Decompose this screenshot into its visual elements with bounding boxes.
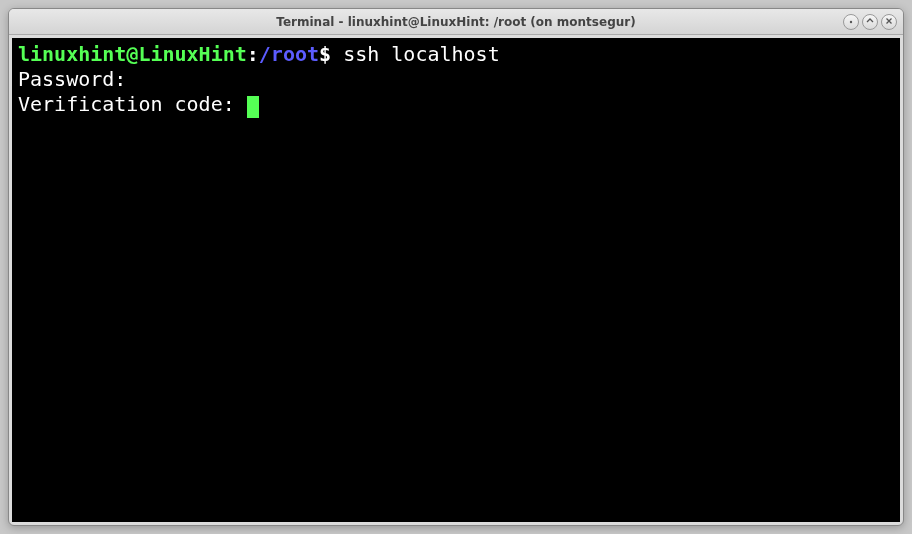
verification-label: Verification code: [18, 92, 247, 116]
prompt-colon: : [247, 42, 259, 66]
prompt-path: /root [259, 42, 319, 66]
maximize-button[interactable] [862, 14, 878, 30]
prompt-user-host: linuxhint@LinuxHint [18, 42, 247, 66]
minimize-icon [847, 17, 855, 27]
terminal-window: Terminal - linuxhint@LinuxHint: /root (o… [8, 8, 904, 526]
cursor-block [247, 96, 259, 118]
minimize-button[interactable] [843, 14, 859, 30]
close-button[interactable] [881, 14, 897, 30]
titlebar[interactable]: Terminal - linuxhint@LinuxHint: /root (o… [9, 9, 903, 35]
output-line-password: Password: [18, 67, 894, 92]
terminal-content[interactable]: linuxhint@LinuxHint:/root$ ssh localhost… [12, 38, 900, 522]
svg-point-0 [850, 20, 852, 22]
command-text: ssh localhost [331, 42, 500, 66]
prompt-line: linuxhint@LinuxHint:/root$ ssh localhost [18, 42, 894, 67]
window-title: Terminal - linuxhint@LinuxHint: /root (o… [15, 15, 897, 29]
maximize-icon [866, 17, 874, 27]
close-icon [885, 17, 893, 27]
prompt-symbol: $ [319, 42, 331, 66]
window-controls [843, 14, 897, 30]
output-line-verification: Verification code: [18, 92, 894, 117]
command: ssh localhost [343, 42, 500, 66]
